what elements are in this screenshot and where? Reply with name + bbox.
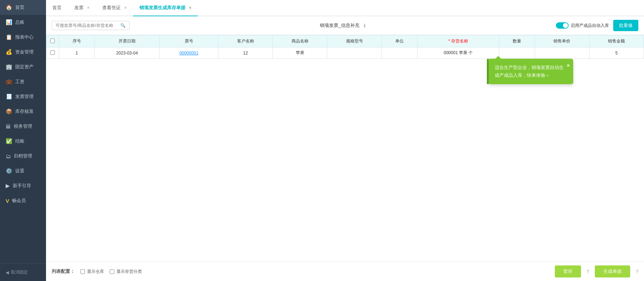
header-product: 商品名称 xyxy=(273,35,327,47)
sidebar-item-label: 畅会员 xyxy=(12,197,26,204)
tab-invoice-close[interactable]: × xyxy=(87,5,90,10)
funds-icon: 💰 xyxy=(6,49,12,55)
row-ticket-no[interactable]: 00000001 xyxy=(160,47,218,59)
row-quantity xyxy=(499,47,535,59)
search-icon: 🔍 xyxy=(120,23,126,28)
sidebar-item-reports[interactable]: 📋 报表中心 xyxy=(0,30,46,45)
sidebar-item-label: 报表中心 xyxy=(15,34,34,40)
sidebar-item-label: 发票管理 xyxy=(15,93,34,100)
header-amount: 销售金额 xyxy=(589,35,644,47)
sidebar-item-invoices[interactable]: 🧾 发票管理 xyxy=(0,89,46,104)
sidebar-item-label: 设置 xyxy=(15,168,24,174)
header-select-all[interactable] xyxy=(46,35,59,47)
tab-voucher-close[interactable]: × xyxy=(124,5,127,10)
header-unit: 单位 xyxy=(382,35,417,47)
unpin-icon: ◀ xyxy=(6,270,9,275)
sidebar-item-guide[interactable]: ▶ 新手引导 xyxy=(0,178,46,193)
header-inventory: * 存货名称 xyxy=(417,35,499,47)
list-config-label: 列表配置： xyxy=(52,268,75,275)
header-quantity: 数量 xyxy=(499,35,535,47)
sidebar-item-closing[interactable]: ✅ 结账 xyxy=(0,134,46,149)
sidebar-item-label: 首页 xyxy=(15,4,24,11)
save-help-icon[interactable]: ? xyxy=(587,269,589,274)
data-table: 序号 开票日期 票号 客户名称 商品名称 规格型号 单位 * 存货名称 数量 销… xyxy=(46,35,644,59)
header-seq: 序号 xyxy=(59,35,94,47)
toggle-group: 启用产成品自动入库 xyxy=(556,22,609,29)
sidebar-item-home[interactable]: 🏠 首页 xyxy=(0,0,46,15)
tab-sales-inventory[interactable]: 销项发票生成库存单据 × xyxy=(133,0,198,16)
payroll-icon: 💼 xyxy=(6,79,12,85)
row-date: 2023-03-04 xyxy=(94,47,160,59)
inventory-icon: 📦 xyxy=(6,108,12,115)
header-customer: 客户名称 xyxy=(218,35,273,47)
main-content: 首页 发票 × 查看凭证 × 销项发票生成库存单据 × 🔍 销项发票_信息补充 … xyxy=(46,0,644,281)
show-category-checkbox[interactable] xyxy=(110,269,114,274)
row-inventory[interactable]: 000001 苹果 个 xyxy=(417,47,499,59)
save-button[interactable]: 暂存 xyxy=(555,265,581,277)
sidebar-item-inventory[interactable]: 📦 库存核算 xyxy=(0,104,46,119)
unpin-label: 取消固定 xyxy=(11,269,28,275)
show-warehouse-checkbox[interactable] xyxy=(80,269,85,274)
archive-icon: 🗂 xyxy=(6,153,11,159)
sidebar-item-archive[interactable]: 🗂 归档管理 xyxy=(0,149,46,164)
sidebar-item-fixed-assets[interactable]: 🏢 固定资产 xyxy=(0,59,46,74)
sidebar: 🏠 首页 📊 总账 📋 报表中心 💰 资金管理 🏢 固定资产 💼 工资 🧾 发票… xyxy=(0,0,46,281)
row-seq: 1 xyxy=(59,47,94,59)
batch-button[interactable]: 批量修 xyxy=(613,20,638,31)
sidebar-item-funds[interactable]: 💰 资金管理 xyxy=(0,45,46,59)
tab-invoice[interactable]: 发票 × xyxy=(68,0,96,16)
show-warehouse-label: 显示仓库 xyxy=(87,269,104,275)
table-row: 1 2023-03-04 00000001 12 苹果 000001 苹果 个 … xyxy=(46,47,644,59)
sidebar-item-vip[interactable]: V 畅会员 xyxy=(0,193,46,208)
toggle-label: 启用产成品自动入库 xyxy=(571,23,609,29)
tab-invoice-label: 发票 xyxy=(74,5,84,11)
row-checkbox-cell[interactable] xyxy=(46,47,59,59)
tab-sales-inventory-close[interactable]: × xyxy=(189,5,191,10)
show-category-group: 显示存货分类 xyxy=(110,269,142,275)
sidebar-bottom: ◀ 取消固定 xyxy=(0,263,46,281)
generate-help-icon[interactable]: ? xyxy=(636,269,638,274)
tooltip-bar xyxy=(487,59,489,84)
search-input[interactable] xyxy=(56,23,118,28)
auto-inbound-toggle[interactable] xyxy=(556,22,569,29)
sidebar-item-label: 税务管理 xyxy=(14,123,32,130)
ticket-no-link[interactable]: 00000001 xyxy=(179,51,198,56)
sidebar-item-general-ledger[interactable]: 📊 总账 xyxy=(0,15,46,30)
report-icon: 📋 xyxy=(6,34,12,40)
unpin-button[interactable]: ◀ 取消固定 xyxy=(0,266,46,278)
tab-home[interactable]: 首页 xyxy=(46,0,68,16)
tax-icon: 🏛 xyxy=(6,124,11,130)
search-box: 🔍 xyxy=(52,21,130,30)
info-icon[interactable]: ℹ xyxy=(364,23,366,28)
row-customer: 12 xyxy=(218,47,273,59)
sidebar-item-label: 归档管理 xyxy=(14,153,32,159)
generate-button[interactable]: 生成单据 xyxy=(595,265,630,277)
row-product: 苹果 xyxy=(273,47,327,59)
sidebar-item-label: 结账 xyxy=(15,138,24,144)
header-date: 开票日期 xyxy=(94,35,160,47)
guide-icon: ▶ xyxy=(6,183,10,189)
header-ticket-no: 票号 xyxy=(160,35,218,47)
row-unit-price xyxy=(535,47,589,59)
sidebar-item-label: 工资 xyxy=(15,79,24,85)
sidebar-item-payroll[interactable]: 💼 工资 xyxy=(0,74,46,89)
row-unit xyxy=(382,47,417,59)
page-content: 🔍 销项发票_信息补充 ℹ 启用产成品自动入库 批量修 序号 xyxy=(46,16,644,281)
tooltip-close-button[interactable]: × xyxy=(567,62,570,70)
row-amount: 5 xyxy=(589,47,644,59)
sidebar-item-label: 资金管理 xyxy=(15,49,34,55)
bottom-bar: 列表配置： 显示仓库 显示存货分类 暂存 ? 生成单据 ? xyxy=(46,262,644,281)
tab-voucher[interactable]: 查看凭证 × xyxy=(96,0,133,16)
tab-voucher-label: 查看凭证 xyxy=(102,5,121,11)
header-unit-price: 销售单价 xyxy=(535,35,589,47)
sidebar-item-label: 总账 xyxy=(15,19,24,25)
sidebar-item-tax[interactable]: 🏛 税务管理 xyxy=(0,119,46,134)
closing-icon: ✅ xyxy=(6,138,12,144)
select-all-checkbox[interactable] xyxy=(50,39,55,43)
vip-icon: V xyxy=(6,198,9,204)
home-icon: 🏠 xyxy=(6,4,12,11)
row-checkbox[interactable] xyxy=(50,50,55,55)
sidebar-item-settings[interactable]: ⚙️ 设置 xyxy=(0,164,46,178)
header-spec: 规格型号 xyxy=(327,35,382,47)
row-spec xyxy=(327,47,382,59)
